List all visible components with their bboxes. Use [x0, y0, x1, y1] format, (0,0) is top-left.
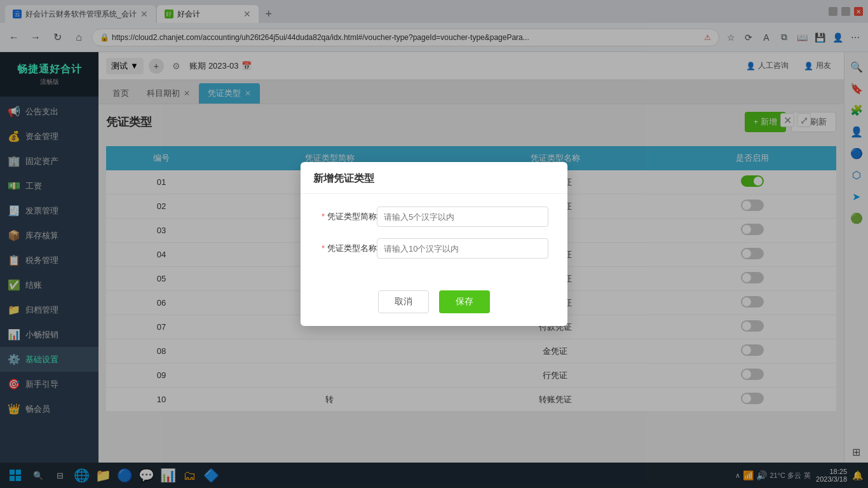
form-row-abbr: 凭证类型简称 — [320, 207, 548, 227]
modal-footer: 取消 保存 — [301, 283, 567, 326]
abbr-label: 凭证类型简称 — [320, 211, 377, 222]
modal-title: 新增凭证类型 — [301, 162, 567, 194]
abbr-input[interactable] — [377, 207, 548, 227]
cancel-button[interactable]: 取消 — [378, 290, 429, 313]
modal-dialog: 新增凭证类型 凭证类型简称 凭证类型名称 取消 保存 — [301, 162, 567, 326]
name-label: 凭证类型名称 — [320, 243, 377, 254]
save-button[interactable]: 保存 — [439, 290, 490, 313]
name-input[interactable] — [377, 238, 548, 259]
form-row-name: 凭证类型名称 — [320, 238, 548, 259]
modal-body: 凭证类型简称 凭证类型名称 — [301, 194, 567, 283]
modal-overlay: 新增凭证类型 凭证类型简称 凭证类型名称 取消 保存 — [0, 0, 868, 488]
